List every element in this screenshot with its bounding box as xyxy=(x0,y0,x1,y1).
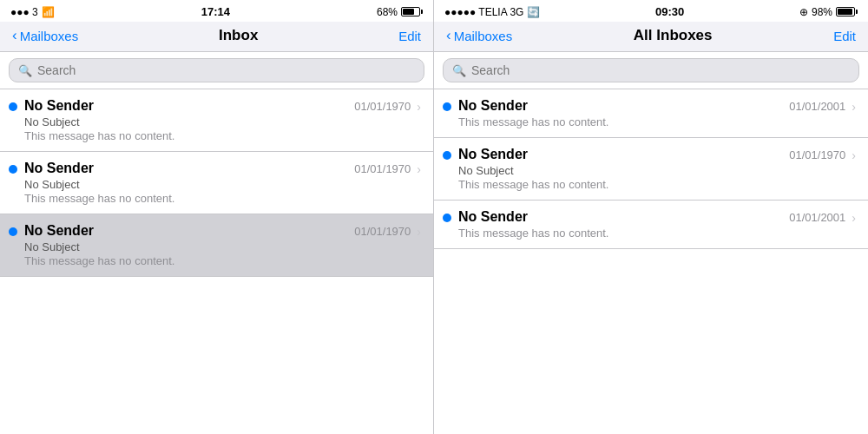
mail-content-1-0: No Sender 01/01/1970 › No Subject This m… xyxy=(24,98,421,142)
status-bar-1: ●●● 3 📶 17:14 68% xyxy=(0,0,433,22)
status-bar-2: ●●●●● TELIA 3G 🔄 09:30 ⊕ 98% xyxy=(434,0,868,22)
nav-title-2: All Inboxes xyxy=(634,27,713,44)
search-bar-1[interactable]: 🔍 xyxy=(9,58,424,82)
time-2: 09:30 xyxy=(655,5,684,18)
search-bar-2[interactable]: 🔍 xyxy=(443,58,859,82)
battery-percent-2: 98% xyxy=(812,6,832,18)
mail-item-1-1[interactable]: No Sender 01/01/1970 › No Subject This m… xyxy=(0,152,433,214)
mail-content-1-2: No Sender 01/01/1970 › No Subject This m… xyxy=(24,223,421,267)
signal-1: ●●● 3 xyxy=(10,6,38,18)
mail-list-2: No Sender 01/01/2001 › This message has … xyxy=(434,89,868,434)
preview-1-0: This message has no content. xyxy=(24,129,421,142)
panel-all-inboxes: ●●●●● TELIA 3G 🔄 09:30 ⊕ 98% ‹ Mailboxes… xyxy=(434,0,868,434)
nav-bar-1: ‹ Mailboxes Inbox Edit xyxy=(0,22,433,52)
sender-1-2: No Sender xyxy=(24,223,94,239)
search-container-2: 🔍 xyxy=(434,52,868,89)
status-left-1: ●●● 3 📶 xyxy=(10,6,55,18)
date-2-2: 01/01/2001 › xyxy=(789,211,856,225)
edit-button-2[interactable]: Edit xyxy=(833,29,856,43)
subject-1-0: No Subject xyxy=(24,115,421,128)
back-label-1: Mailboxes xyxy=(20,29,79,43)
chevron-1-0: › xyxy=(417,100,421,114)
search-container-1: 🔍 xyxy=(0,52,433,89)
unread-dot-1-1 xyxy=(9,165,17,174)
unread-dot-2-1 xyxy=(443,151,451,160)
chevron-2-2: › xyxy=(852,211,856,225)
search-input-1[interactable] xyxy=(37,63,415,77)
status-left-2: ●●●●● TELIA 3G 🔄 xyxy=(444,6,540,18)
search-icon-2: 🔍 xyxy=(452,64,466,77)
back-button-2[interactable]: ‹ Mailboxes xyxy=(446,27,512,44)
date-2-1: 01/01/1970 › xyxy=(789,148,856,162)
date-2-0: 01/01/2001 › xyxy=(789,100,856,114)
mail-item-2-2[interactable]: No Sender 01/01/2001 › This message has … xyxy=(434,201,868,249)
chevron-1-1: › xyxy=(417,162,421,176)
location-icon-2: ⊕ xyxy=(799,6,808,18)
status-right-2: ⊕ 98% xyxy=(799,6,858,18)
date-1-2: 01/01/1970 › xyxy=(354,225,421,239)
preview-2-1: This message has no content. xyxy=(458,178,856,191)
mail-content-1-1: No Sender 01/01/1970 › No Subject This m… xyxy=(24,161,421,205)
mail-content-2-1: No Sender 01/01/1970 › No Subject This m… xyxy=(458,147,856,191)
battery-icon-1 xyxy=(401,7,423,16)
back-label-2: Mailboxes xyxy=(454,29,513,43)
mail-header-2-1: No Sender 01/01/1970 › xyxy=(458,147,856,162)
nav-bar-2: ‹ Mailboxes All Inboxes Edit xyxy=(434,22,868,52)
mail-content-2-0: No Sender 01/01/2001 › This message has … xyxy=(458,98,856,128)
sender-2-1: No Sender xyxy=(458,147,528,162)
search-input-2[interactable] xyxy=(471,63,850,77)
status-right-1: 68% xyxy=(377,6,423,18)
chevron-2-1: › xyxy=(852,148,856,162)
back-button-1[interactable]: ‹ Mailboxes xyxy=(12,27,78,44)
date-1-0: 01/01/1970 › xyxy=(354,100,421,114)
sender-1-1: No Sender xyxy=(24,161,94,176)
search-icon-1: 🔍 xyxy=(18,64,32,77)
panel-inbox: ●●● 3 📶 17:14 68% ‹ Mailboxes Inbox Edit… xyxy=(0,0,434,434)
preview-2-2: This message has no content. xyxy=(458,227,856,240)
mail-item-2-1[interactable]: No Sender 01/01/1970 › No Subject This m… xyxy=(434,138,868,201)
preview-2-0: This message has no content. xyxy=(458,115,856,128)
wifi-icon-1: 📶 xyxy=(42,6,55,18)
sender-2-0: No Sender xyxy=(458,98,528,114)
mail-list-1: No Sender 01/01/1970 › No Subject This m… xyxy=(0,89,433,434)
preview-1-2: This message has no content. xyxy=(24,254,421,267)
mail-header-2-2: No Sender 01/01/2001 › xyxy=(458,209,856,225)
unread-dot-2-0 xyxy=(443,102,451,111)
mail-item-1-0[interactable]: No Sender 01/01/1970 › No Subject This m… xyxy=(0,89,433,152)
mail-header-1-1: No Sender 01/01/1970 › xyxy=(24,161,421,176)
chevron-1-2: › xyxy=(417,225,421,239)
signal-2: ●●●●● TELIA 3G xyxy=(444,6,523,18)
mail-header-2-0: No Sender 01/01/2001 › xyxy=(458,98,856,114)
mail-content-2-2: No Sender 01/01/2001 › This message has … xyxy=(458,209,856,240)
battery-icon-2 xyxy=(836,7,858,16)
battery-percent-1: 68% xyxy=(377,6,398,18)
mail-header-1-0: No Sender 01/01/1970 › xyxy=(24,98,421,114)
subject-1-2: No Subject xyxy=(24,240,421,253)
back-chevron-1: ‹ xyxy=(12,27,17,44)
preview-1-1: This message has no content. xyxy=(24,192,421,205)
unread-dot-2-2 xyxy=(443,214,451,222)
mail-item-2-0[interactable]: No Sender 01/01/2001 › This message has … xyxy=(434,89,868,138)
sender-2-2: No Sender xyxy=(458,209,528,225)
sender-1-0: No Sender xyxy=(24,98,94,114)
subject-1-1: No Subject xyxy=(24,178,421,191)
date-1-1: 01/01/1970 › xyxy=(354,162,421,176)
unread-dot-1-2 xyxy=(9,227,17,236)
mail-item-1-2[interactable]: No Sender 01/01/1970 › No Subject This m… xyxy=(0,214,433,277)
unread-dot-1-0 xyxy=(9,102,17,111)
time-1: 17:14 xyxy=(201,5,230,18)
back-chevron-2: ‹ xyxy=(446,27,451,44)
nav-title-1: Inbox xyxy=(219,27,258,44)
subject-2-1: No Subject xyxy=(458,164,856,177)
wifi-icon-2: 🔄 xyxy=(527,6,540,18)
edit-button-1[interactable]: Edit xyxy=(398,29,421,43)
chevron-2-0: › xyxy=(852,100,856,114)
mail-header-1-2: No Sender 01/01/1970 › xyxy=(24,223,421,239)
